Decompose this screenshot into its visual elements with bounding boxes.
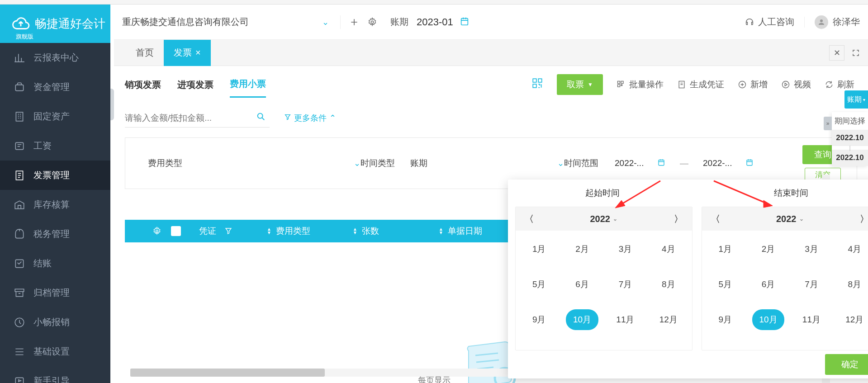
company-selector[interactable]: 重庆畅捷交通信息咨询有限公司 ⌄ [122,16,329,28]
month-cell[interactable]: 6月 [560,274,603,295]
expense-icon [14,317,25,328]
user-name: 徐泽华 [833,16,860,28]
th-expense-type[interactable]: ▲▼费用类型 [267,225,353,237]
month-cell[interactable]: 3月 [790,239,833,260]
refresh-button[interactable]: 刷新 [825,79,854,90]
video-label: 视频 [794,79,811,90]
fullscreen-button[interactable] [848,45,863,61]
next-year-button[interactable]: 〉 [674,213,683,225]
video-button[interactable]: 视频 [781,79,811,90]
sidebar-resize-handle[interactable] [110,89,114,120]
calendar-icon[interactable] [745,158,754,169]
add-button[interactable] [345,13,363,31]
month-cell[interactable]: 2月 [560,239,603,260]
period-from[interactable]: 2022.10 [832,130,868,146]
nav-closing[interactable]: 结账 [0,249,110,278]
sort-icon: ▲▼ [353,227,357,235]
date-end-input[interactable] [703,158,739,168]
time-type-select[interactable]: 时间类型 账期 ⌄ [360,157,564,169]
nav-guide[interactable]: 新手引导 [0,366,110,383]
month-cell[interactable]: 6月 [747,274,790,295]
collapse-icon[interactable]: » [824,117,832,130]
gear-icon [152,227,161,236]
date-start-input[interactable] [615,158,651,168]
svg-rect-22 [659,160,664,165]
nav-archive[interactable]: 归档管理 [0,278,110,307]
period-float-button[interactable]: 账期 [844,90,868,109]
month-cell[interactable]: 7月 [604,274,647,295]
month-cell[interactable]: 12月 [647,309,690,330]
table-settings-button[interactable] [143,227,171,236]
fetch-invoice-button[interactable]: 取票 ▼ [557,74,603,95]
settings-icon [14,346,25,358]
th-count[interactable]: ▲▼张数 [353,225,439,237]
month-cell[interactable]: 11月 [790,309,833,330]
month-cell[interactable]: 10月 [566,309,598,330]
nav-cloud-reports[interactable]: 云报表中心 [0,43,110,72]
month-cell[interactable]: 1月 [704,239,747,260]
nav-inventory[interactable]: 库存核算 [0,190,110,219]
th-voucher[interactable]: 凭证 [199,225,267,237]
date-range-popup: 起始时间 结束时间 〈 2022⌄ 〉 1月2月3月4月5月6月7月8月9月10… [508,180,868,378]
nav-funds[interactable]: 资金管理 [0,72,110,102]
sub-tab-purchase[interactable]: 进项发票 [177,79,213,97]
search-icon[interactable] [256,112,266,124]
month-cell[interactable]: 2月 [747,239,790,260]
nav-label: 税务管理 [33,228,70,240]
month-cell[interactable]: 10月 [752,309,784,330]
field-label: 费用类型 [148,157,182,169]
calendar-icon[interactable] [460,16,470,28]
select-all-checkbox[interactable] [171,226,199,236]
prev-year-button[interactable]: 〈 [711,213,720,225]
time-range-field: 时间范围 — [564,157,754,169]
expense-type-select[interactable]: 费用类型 ⌄ [148,157,360,169]
add-new-button[interactable]: 新增 [738,79,768,90]
tab-invoice[interactable]: 发票 × [164,40,211,66]
more-conditions-toggle[interactable]: 更多条件 ⌃ [284,113,336,123]
nav-settings[interactable]: 基础设置 [0,337,110,366]
prev-year-button[interactable]: 〈 [525,213,534,225]
confirm-button[interactable]: 确定 [825,354,868,375]
scroll-thumb[interactable] [130,369,325,377]
period-to[interactable]: 2022.10 [832,150,868,166]
month-cell[interactable]: 4月 [647,239,690,260]
month-cell[interactable]: 9月 [517,309,560,330]
sub-tab-expense[interactable]: 费用小票 [230,78,266,98]
year-selector[interactable]: 2022⌄ [776,214,804,224]
nav-label: 归档管理 [33,287,70,299]
nav-expense[interactable]: 小畅报销 [0,307,110,337]
month-cell[interactable]: 4月 [833,239,868,260]
sub-tab-sales[interactable]: 销项发票 [125,79,161,97]
qrcode-icon[interactable] [531,77,543,92]
nav-tax[interactable]: 税务管理 [0,219,110,249]
gen-voucher-button[interactable]: 生成凭证 [677,79,724,90]
grid-icon [617,80,626,89]
nav-fixed-assets[interactable]: 固定资产 [0,102,110,131]
user-menu[interactable]: 徐泽华 [815,15,860,29]
month-cell[interactable]: 5月 [704,274,747,295]
month-cell[interactable]: 11月 [604,309,647,330]
month-cell[interactable]: 1月 [517,239,560,260]
year-selector[interactable]: 2022⌄ [590,214,618,224]
calendar-icon[interactable] [657,158,665,169]
cloud-upload-icon [11,14,30,33]
tab-home[interactable]: 首页 [126,40,164,66]
close-all-tabs-button[interactable]: ✕ [829,45,844,61]
help-consult[interactable]: 人工咨询 [745,16,794,28]
company-settings-button[interactable] [363,13,381,31]
next-year-button[interactable]: 〉 [860,213,868,225]
nav-invoice[interactable]: 发票管理 [0,161,110,190]
svg-rect-0 [15,85,23,90]
month-cell[interactable]: 8月 [833,274,868,295]
month-cell[interactable]: 8月 [647,274,690,295]
close-icon[interactable]: × [195,47,201,58]
amount-search-input[interactable] [125,109,270,128]
month-cell[interactable]: 3月 [604,239,647,260]
nav-label: 资金管理 [33,81,70,93]
month-cell[interactable]: 7月 [790,274,833,295]
month-cell[interactable]: 12月 [833,309,868,330]
month-cell[interactable]: 9月 [704,309,747,330]
month-cell[interactable]: 5月 [517,274,560,295]
nav-payroll[interactable]: 工资 [0,131,110,161]
batch-action-button[interactable]: 批量操作 [617,79,664,90]
